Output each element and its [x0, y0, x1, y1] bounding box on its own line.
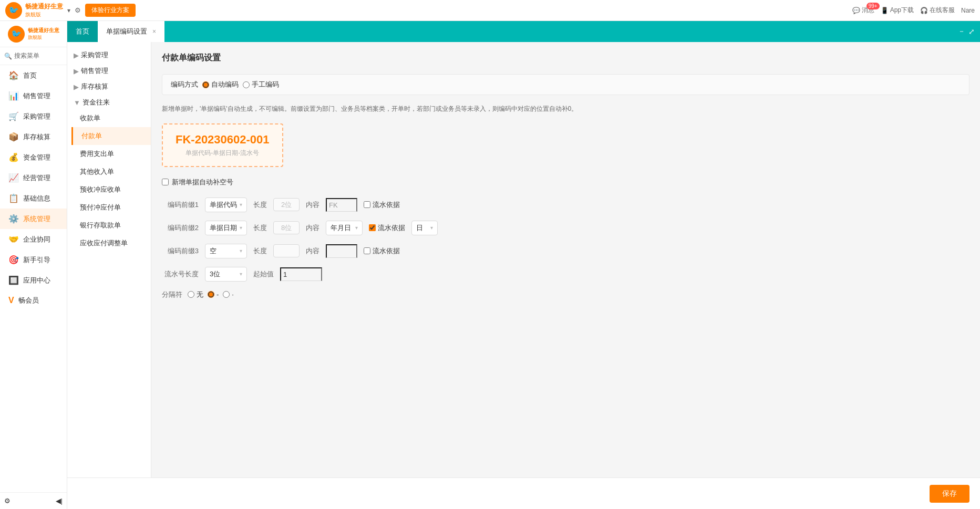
sidebar-item-finance[interactable]: 💰 资金管理 [0, 147, 67, 168]
collapse-icon[interactable]: ◀| [56, 497, 63, 505]
code-preview: FK-20230602-001 单据代码-单据日期-流水号 [162, 123, 283, 167]
sidebar-item-sales[interactable]: 📊 销售管理 [0, 86, 67, 106]
prefix2-water-row: 流水依据 [369, 223, 405, 233]
tab-encoding[interactable]: 单据编码设置 × [98, 21, 164, 42]
prefix1-water-checkbox[interactable] [364, 201, 370, 208]
message-badge: 99+ [866, 3, 880, 9]
prefix1-content-label: 内容 [306, 200, 319, 210]
manual-encode-radio[interactable] [243, 81, 250, 88]
tab-encoding-label: 单据编码设置 [106, 27, 147, 36]
auto-encode-radio[interactable] [202, 81, 209, 88]
sidebar-item-inventory[interactable]: 📦 库存核算 [0, 127, 67, 147]
prefix2-water-unit-value: 日 [416, 223, 428, 233]
sidebar-item-label: 新手引导 [23, 255, 50, 265]
separator-none[interactable]: 无 [188, 290, 203, 299]
dropdown-arrow-icon[interactable]: ▾ [67, 7, 70, 14]
prefix2-water-unit-select[interactable]: 日 ▾ [411, 221, 438, 235]
app-download[interactable]: 📱 App下载 [881, 6, 914, 15]
auto-fill-checkbox[interactable] [162, 179, 169, 185]
sidebar-logo-area: 🐦 畅捷通好生意 旗舰版 [0, 21, 67, 47]
logo-icon: 🐦 [5, 2, 22, 19]
prefix2-select[interactable]: 单据日期 ▾ [205, 221, 247, 235]
sidebar-item-purchase[interactable]: 🛒 采购管理 [0, 106, 67, 127]
collab-icon: 🤝 [8, 234, 19, 244]
sec-menu-other-income[interactable]: 其他收入单 [71, 163, 151, 181]
prefix2-content-select[interactable]: 年月日 ▾ [326, 221, 363, 235]
prefix1-dropdown-icon: ▾ [240, 202, 242, 207]
prefix3-row: 编码前缀3 空 ▾ 长度 内容 流水依据 [162, 244, 969, 258]
sidebar-item-home[interactable]: 🏠 首页 [0, 65, 67, 86]
sec-menu-capital[interactable]: ▼ 资金往来 [67, 94, 151, 109]
other-income-label: 其他收入单 [80, 167, 114, 176]
sidebar-version: 旗舰版 [28, 34, 59, 41]
sec-menu-expense[interactable]: 费用支出单 [71, 145, 151, 163]
sidebar-item-base[interactable]: 📋 基础信息 [0, 188, 67, 209]
tab-close-icon[interactable]: × [152, 28, 156, 35]
prefix1-length-label: 长度 [253, 200, 267, 210]
sec-menu-bank[interactable]: 银行存取款单 [71, 216, 151, 234]
separator-label: 分隔符 [162, 290, 182, 299]
sidebar-item-label: 应用中心 [23, 276, 50, 285]
online-service[interactable]: 🎧 在线客服 [920, 6, 955, 15]
save-button[interactable]: 保存 [930, 485, 969, 503]
auto-encode-option[interactable]: 自动编码 [202, 80, 239, 89]
sidebar-item-guide[interactable]: 🎯 新手引导 [0, 250, 67, 270]
separator-dot-radio[interactable] [208, 291, 214, 298]
sidebar-search[interactable]: 🔍 搜索菜单 [0, 47, 67, 65]
sec-menu-prepay-pay[interactable]: 预付冲应付单 [71, 199, 151, 216]
sidebar-item-system[interactable]: ⚙️ 系统管理 [0, 209, 67, 229]
expand-icon: ▶ [74, 67, 79, 75]
prefix2-water-checkbox[interactable] [369, 224, 376, 231]
sidebar-item-apps[interactable]: 🔲 应用中心 [0, 270, 67, 290]
system-icon: ⚙️ [8, 214, 19, 224]
sidebar-company: 畅捷通好生意 [28, 27, 59, 34]
code-preview-main: FK-20230602-001 [176, 133, 270, 147]
prefix3-water-checkbox[interactable] [364, 247, 370, 254]
prefix3-content-label: 内容 [306, 246, 319, 256]
serial-length-select[interactable]: 3位 ▾ [205, 267, 247, 282]
sec-menu-purchase[interactable]: ▶ 采购管理 [67, 46, 151, 62]
tab-maximize-icon[interactable]: ⤢ [968, 27, 975, 36]
tab-minimize-icon[interactable]: － [958, 27, 965, 36]
tab-home[interactable]: 首页 [67, 21, 98, 42]
sales-icon: 📊 [8, 91, 19, 101]
prefix1-select[interactable]: 单据代码 ▾ [205, 198, 247, 212]
sidebar-item-member[interactable]: V 畅会员 [0, 290, 67, 310]
sec-menu-receipt[interactable]: 收款单 [71, 109, 151, 127]
prepay-pay-label: 预付冲应付单 [80, 203, 121, 212]
message-button[interactable]: 💬 消息 99+ [852, 6, 874, 15]
sec-menu-payment[interactable]: 付款单 [71, 127, 151, 145]
sec-menu-prepay-recv[interactable]: 预收冲应收单 [71, 181, 151, 199]
sec-menu-adjust[interactable]: 应收应付调整单 [71, 234, 151, 252]
logo: 🐦 畅捷通好生意 旗舰版 [5, 2, 63, 19]
separator-dot[interactable]: - [208, 290, 219, 298]
inventory-icon: 📦 [8, 132, 19, 142]
search-icon: 🔍 [4, 53, 12, 60]
separator-none-radio[interactable] [188, 291, 194, 298]
sidebar-item-ops[interactable]: 📈 经营管理 [0, 168, 67, 188]
sec-menu-label: 采购管理 [81, 50, 108, 60]
home-icon: 🏠 [8, 70, 19, 80]
prepay-recv-label: 预收冲应收单 [80, 185, 121, 194]
sec-menu-stock[interactable]: ▶ 库存核算 [67, 78, 151, 94]
sec-menu-sales[interactable]: ▶ 销售管理 [67, 62, 151, 78]
prefix2-dropdown-icon: ▾ [240, 225, 242, 231]
prefix3-length-label: 长度 [253, 246, 267, 256]
gear-icon[interactable]: ⚙ [75, 6, 81, 14]
start-value-input[interactable] [280, 267, 322, 281]
separator-dot2[interactable]: · [223, 290, 234, 298]
company-name: 畅捷通好生意 [25, 2, 63, 11]
prefix1-content-input [326, 198, 357, 212]
separator-dot2-radio[interactable] [223, 291, 230, 298]
username: Nare [961, 7, 975, 14]
sidebar-item-collab[interactable]: 🤝 企业协同 [0, 229, 67, 250]
prefix3-select[interactable]: 空 ▾ [205, 244, 247, 258]
payment-label: 付款单 [81, 131, 102, 141]
bottom-bar: 保存 [67, 477, 980, 509]
settings-icon[interactable]: ⚙ [4, 497, 11, 505]
experience-button[interactable]: 体验行业方案 [85, 4, 136, 17]
adjust-label: 应收应付调整单 [80, 238, 128, 248]
prefix1-water-label: 流水依据 [373, 200, 400, 210]
manual-encode-option[interactable]: 手工编码 [243, 80, 279, 89]
member-icon: V [8, 296, 14, 305]
